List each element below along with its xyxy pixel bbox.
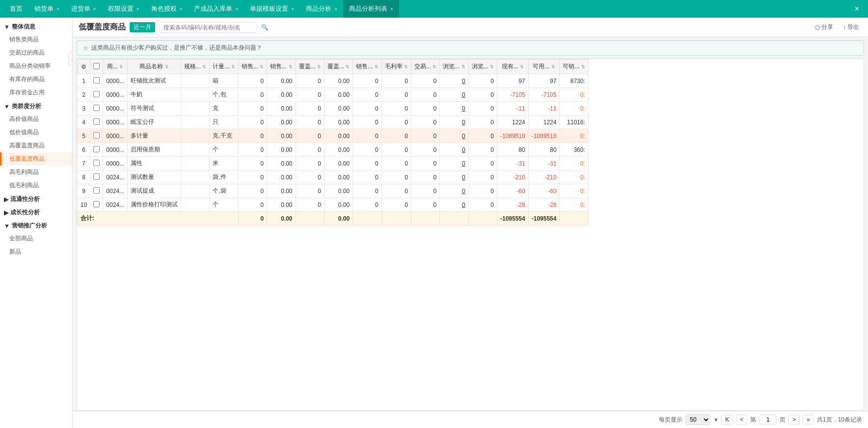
row-checkbox[interactable]	[90, 143, 103, 157]
sidebar-item-traded-goods[interactable]: 交易过的商品	[0, 46, 72, 59]
sidebar-item-category-rate[interactable]: 商品分类动销率	[0, 59, 72, 73]
row-checkbox[interactable]	[90, 157, 103, 171]
row-select-checkbox[interactable]	[93, 146, 100, 152]
sales-qty-column-header[interactable]: 销售... ⇅	[238, 59, 267, 74]
row-select-checkbox[interactable]	[93, 173, 100, 180]
close-icon[interactable]: ×	[93, 6, 96, 12]
sidebar-section-liquidity[interactable]: ▶ 流通性分析	[0, 192, 72, 205]
sidebar-collapse-button[interactable]: «	[69, 52, 73, 67]
row-checkbox[interactable]	[90, 115, 103, 129]
sidebar-item-low-value[interactable]: 低价值商品	[0, 126, 72, 139]
unit-column-header[interactable]: 计量... ⇅	[210, 59, 238, 74]
sidebar-item-low-margin[interactable]: 低毛利商品	[0, 179, 72, 192]
row-coverage2: 0.00	[324, 198, 353, 212]
window-close-button[interactable]: ×	[850, 4, 864, 13]
row-browse1[interactable]: 0	[440, 115, 468, 129]
nav-tab-purchase[interactable]: 进货单 ×	[65, 0, 102, 18]
sidebar-section-overview[interactable]: ▼ 整体信息	[0, 20, 72, 33]
close-icon[interactable]: ×	[180, 6, 183, 12]
page-number-input[interactable]	[759, 415, 777, 425]
sellable-column-header[interactable]: 可销... ⇅	[560, 59, 588, 74]
row-browse1[interactable]: 0	[440, 88, 468, 102]
row-select-checkbox[interactable]	[93, 118, 100, 125]
sidebar-section-marketing[interactable]: ▼ 营销推广分析	[0, 219, 72, 232]
close-icon[interactable]: ×	[235, 6, 238, 12]
page-size-select[interactable]: 20 50 100	[685, 414, 710, 425]
nav-tab-home[interactable]: 首页	[4, 0, 28, 18]
row-browse1[interactable]: 0	[440, 157, 468, 171]
sidebar-item-all-goods[interactable]: 全部商品	[0, 232, 72, 245]
last-page-button[interactable]: »	[803, 415, 814, 425]
row-browse1[interactable]: 0	[440, 143, 468, 157]
select-all-checkbox[interactable]	[93, 63, 100, 69]
export-button[interactable]: ↑ 导出	[840, 22, 862, 33]
row-browse1[interactable]: 0	[440, 171, 468, 184]
row-select-checkbox[interactable]	[93, 201, 100, 207]
row-checkbox[interactable]	[90, 184, 103, 198]
settings-icon[interactable]: ⚙	[81, 63, 86, 70]
coverage1-column-header[interactable]: 覆盖... ⇅	[296, 59, 324, 74]
row-checkbox[interactable]	[90, 74, 103, 88]
nav-tab-sales[interactable]: 销货单 ×	[28, 0, 65, 18]
trade-column-header[interactable]: 交易... ⇅	[411, 59, 439, 74]
sidebar-item-inventory-capital[interactable]: 库存资金占用	[0, 86, 72, 99]
nav-tab-permissions[interactable]: 权限设置 ×	[102, 0, 145, 18]
search-input[interactable]	[159, 22, 257, 33]
first-page-button[interactable]: K	[721, 415, 733, 425]
next-page-button[interactable]: >	[788, 415, 800, 425]
close-icon[interactable]: ×	[291, 6, 294, 12]
nav-tab-analysis-list[interactable]: 商品分析列表 ×	[343, 0, 399, 18]
sales-amt-column-header[interactable]: 销售... ⇅	[267, 59, 296, 74]
sidebar-item-inventory-goods[interactable]: 有库存的商品	[0, 73, 72, 86]
row-browse1[interactable]: 0	[440, 184, 468, 198]
row-select-checkbox[interactable]	[93, 187, 100, 194]
sidebar-item-new-goods[interactable]: 新品	[0, 245, 72, 258]
close-icon[interactable]: ×	[390, 6, 393, 12]
sidebar-item-high-coverage[interactable]: 高覆盖度商品	[0, 139, 72, 152]
sales3-column-header[interactable]: 销售... ⇅	[353, 59, 381, 74]
row-browse1[interactable]: 0	[440, 129, 468, 143]
row-checkbox[interactable]	[90, 198, 103, 212]
browse2-column-header[interactable]: 浏览... ⇅	[468, 59, 497, 74]
search-icon[interactable]: 🔍	[261, 24, 269, 31]
spec-column-header[interactable]: 规格... ⇅	[181, 59, 210, 74]
sidebar-item-high-value[interactable]: 高价值商品	[0, 113, 72, 126]
coverage2-column-header[interactable]: 覆盖... ⇅	[324, 59, 353, 74]
row-browse1[interactable]: 0	[440, 102, 468, 115]
current-qty-column-header[interactable]: 现有... ⇅	[497, 59, 529, 74]
nav-tab-template[interactable]: 单据模板设置 ×	[244, 0, 300, 18]
available-qty-column-header[interactable]: 可用... ⇅	[528, 59, 560, 74]
browse1-column-header[interactable]: 浏览... ⇅	[440, 59, 468, 74]
prev-page-button[interactable]: <	[736, 415, 747, 425]
close-icon[interactable]: ×	[136, 6, 139, 12]
name-column-header[interactable]: 商品名称 ⇅	[128, 59, 181, 74]
code-column-header[interactable]: 商... ⇅	[103, 59, 128, 74]
row-select-checkbox[interactable]	[93, 91, 100, 97]
row-browse1[interactable]: 0	[440, 198, 468, 212]
sidebar-section-growth[interactable]: ▶ 成长性分析	[0, 205, 72, 219]
nav-tab-products-in[interactable]: 产成品入库单 ×	[188, 0, 244, 18]
close-icon[interactable]: ×	[56, 6, 59, 12]
row-select-checkbox[interactable]	[93, 105, 100, 111]
row-checkbox[interactable]	[90, 129, 103, 143]
row-checkbox[interactable]	[90, 171, 103, 184]
close-icon[interactable]: ×	[334, 6, 337, 12]
gross-margin-column-header[interactable]: 毛利率 ⇅	[381, 59, 411, 74]
settings-column-header[interactable]: ⚙	[78, 59, 90, 74]
row-browse1[interactable]: 0	[440, 74, 468, 88]
data-table-wrapper[interactable]: ⚙ 商... ⇅ 商品名称 ⇅	[77, 58, 864, 411]
sidebar-item-low-coverage[interactable]: 低覆盖度商品	[0, 152, 72, 166]
row-select-checkbox[interactable]	[93, 77, 100, 84]
share-button[interactable]: ⬡ 分享	[812, 22, 836, 33]
row-checkbox[interactable]	[90, 102, 103, 115]
row-checkbox[interactable]	[90, 88, 103, 102]
sidebar-item-sales-goods[interactable]: 销售类商品	[0, 33, 72, 46]
date-filter-button[interactable]: 近一月	[130, 22, 155, 32]
checkbox-column-header[interactable]	[90, 59, 103, 74]
sidebar-section-cluster[interactable]: ▼ 类群度分析	[0, 99, 72, 113]
nav-tab-roles[interactable]: 角色授权 ×	[145, 0, 189, 18]
nav-tab-analysis[interactable]: 商品分析 ×	[300, 0, 343, 18]
row-select-checkbox[interactable]	[93, 160, 100, 166]
row-select-checkbox[interactable]	[93, 132, 100, 139]
sidebar-item-high-margin[interactable]: 高毛利商品	[0, 166, 72, 179]
